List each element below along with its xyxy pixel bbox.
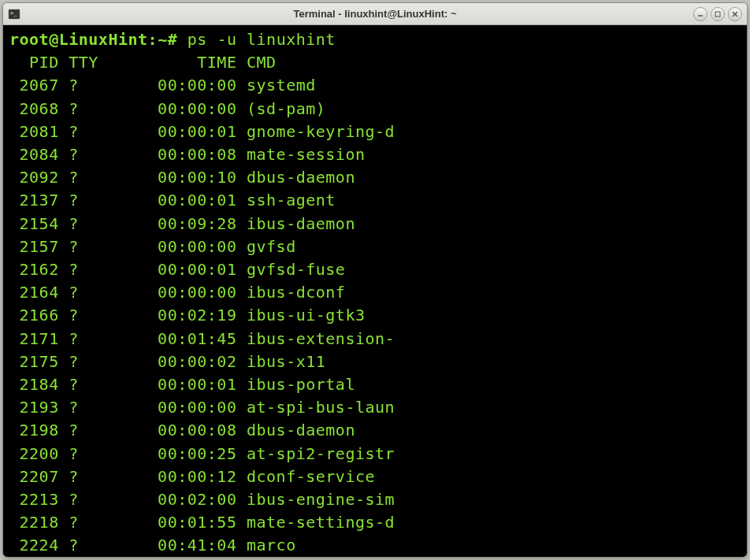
process-row: 2166 ? 00:02:19 ibus-ui-gtk3: [9, 304, 741, 327]
process-row: 2213 ? 00:02:00 ibus-engine-sim: [9, 488, 741, 511]
process-row: 2162 ? 00:00:01 gvfsd-fuse: [9, 258, 741, 281]
window-title: Terminal - linuxhint@LinuxHint: ~: [3, 8, 747, 20]
process-row: 2207 ? 00:00:12 dconf-service: [9, 465, 741, 488]
process-row: 2164 ? 00:00:00 ibus-dconf: [9, 281, 741, 304]
terminal-viewport[interactable]: root@LinuxHint:~# ps -u linuxhint PID TT…: [3, 25, 747, 557]
process-row: 2218 ? 00:01:55 mate-settings-d: [9, 511, 741, 534]
process-row: 2175 ? 00:00:02 ibus-x11: [9, 350, 741, 373]
process-row: 2092 ? 00:00:10 dbus-daemon: [9, 166, 741, 189]
prompt-user-host: root@LinuxHint: [9, 30, 148, 49]
process-row: 2171 ? 00:01:45 ibus-extension-: [9, 328, 741, 350]
process-row: 2081 ? 00:00:01 gnome-keyring-d: [9, 121, 741, 143]
prompt-separator: :: [148, 30, 158, 49]
process-row: 2224 ? 00:41:04 marco: [9, 534, 741, 557]
titlebar[interactable]: >_ Terminal - linuxhint@LinuxHint: ~: [3, 3, 747, 25]
process-row: 2193 ? 00:00:00 at-spi-bus-laun: [9, 396, 741, 419]
process-row: 2067 ? 00:00:00 systemd: [9, 74, 741, 97]
prompt-path: ~: [158, 30, 168, 49]
process-row: 2137 ? 00:00:01 ssh-agent: [9, 189, 741, 212]
ps-header-row: PID TTY TIME CMD: [9, 51, 741, 74]
terminal-window: >_ Terminal - linuxhint@LinuxHint: ~ roo…: [2, 2, 748, 558]
minimize-button[interactable]: [693, 7, 707, 21]
process-row: 2154 ? 00:09:28 ibus-daemon: [9, 213, 741, 235]
process-row: 2198 ? 00:00:08 dbus-daemon: [9, 419, 741, 442]
terminal-icon: >_: [8, 8, 20, 20]
process-row: 2084 ? 00:00:08 mate-session: [9, 143, 741, 166]
window-controls: [693, 7, 742, 21]
close-button[interactable]: [728, 7, 742, 21]
svg-rect-3: [715, 12, 720, 17]
svg-text:>_: >_: [10, 10, 17, 17]
process-row: 2068 ? 00:00:00 (sd-pam): [9, 98, 741, 121]
process-row: 2200 ? 00:00:25 at-spi2-registr: [9, 443, 741, 465]
process-row: 2157 ? 00:00:00 gvfsd: [9, 235, 741, 258]
prompt-line: root@LinuxHint:~# ps -u linuxhint: [9, 28, 741, 51]
process-row: 2184 ? 00:00:01 ibus-portal: [9, 373, 741, 396]
command-text: ps -u linuxhint: [177, 30, 336, 49]
maximize-button[interactable]: [711, 7, 725, 21]
prompt-symbol: #: [168, 30, 178, 49]
